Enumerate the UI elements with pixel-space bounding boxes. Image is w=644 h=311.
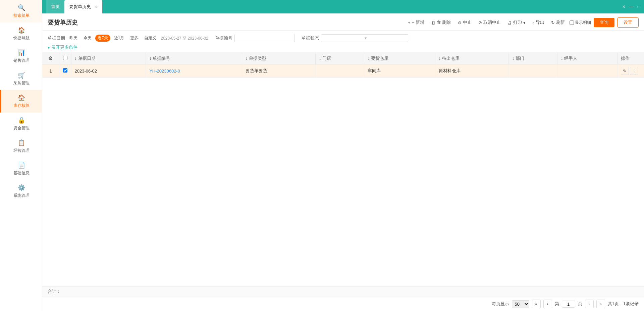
cell-doc-date: 2023-06-02 — [71, 64, 146, 78]
tab-requisition-history-label: 要货单历史 — [69, 4, 91, 10]
total-label: 合计： — [48, 289, 61, 294]
prev-page-button[interactable]: ‹ — [543, 300, 552, 308]
page-size-select[interactable]: 10 20 50 100 — [512, 300, 529, 308]
print-button[interactable]: 🖨 打印 ▾ — [505, 18, 528, 27]
stop-icon: ⊘ — [458, 20, 462, 25]
sidebar-item-label: 销售管理 — [13, 58, 30, 63]
chip-custom[interactable]: 自定义 — [142, 35, 159, 42]
doc-no-link[interactable]: YH-20230602-0 — [149, 69, 180, 74]
export-icon: ↑ — [532, 20, 535, 25]
filter-row: 单据日期 昨天 今天 近7天 近1月 更多 自定义 2023-05-27 至 2… — [48, 34, 639, 42]
cell-dept — [508, 64, 557, 78]
tab-home-label: 首页 — [51, 4, 60, 10]
th-doc-type[interactable]: ↕ 单据类型 — [242, 53, 316, 64]
finance-icon: 🔒 — [18, 117, 25, 124]
display-detail-checkbox[interactable] — [570, 20, 574, 25]
settings-button[interactable]: 设置 — [617, 17, 639, 28]
search-menu-icon: 🔍 — [18, 4, 25, 11]
doc-no-label: 单据编号 — [215, 35, 232, 41]
th-pending-warehouse[interactable]: ↕ 待出仓库 — [435, 53, 508, 64]
display-detail-label: 显示明细 — [575, 20, 591, 26]
cell-store — [315, 64, 364, 78]
tab-requisition-history[interactable]: 要货单历史 ✕ — [64, 0, 102, 13]
print-dropdown-icon: ▾ — [523, 20, 526, 25]
page-number-input[interactable] — [562, 301, 575, 308]
th-doc-no[interactable]: ↕ 单据编号 — [146, 53, 242, 64]
date-filter-label: 单据日期 — [48, 35, 65, 41]
sidebar-item-purchase-mgmt[interactable]: 🛒 采购管理 — [0, 68, 42, 90]
row-edit-icon[interactable]: ✎ — [621, 67, 629, 75]
print-icon: 🖨 — [507, 20, 512, 25]
sidebar-item-operations-mgmt[interactable]: 📋 经营管理 — [0, 135, 42, 158]
row-more-icon[interactable]: ⋮ — [630, 67, 638, 75]
chip-1month[interactable]: 近1月 — [112, 35, 127, 42]
content-area: 要货单历史 + + 新增 🗑 🗑 删除 ⊘ 中止 ⊘ 取消中止 — [42, 13, 644, 311]
row-index: 1 — [42, 64, 59, 78]
basic-info-icon: 📄 — [18, 162, 25, 169]
settings-gear-icon[interactable]: ⚙ — [48, 55, 53, 61]
page-label: 第 — [555, 301, 559, 307]
sidebar-item-basic-info[interactable]: 📄 基础信息 — [0, 158, 42, 180]
doc-no-input[interactable] — [234, 34, 295, 42]
cell-req-warehouse: 车间库 — [364, 64, 435, 78]
sidebar-item-inventory[interactable]: 🏠 库存核算 — [0, 90, 42, 113]
sidebar-item-quick-nav[interactable]: 🏠 快捷导航 — [0, 23, 42, 45]
doc-status-select[interactable]: ▾ — [321, 34, 408, 42]
th-dept[interactable]: ↕ 部门 — [508, 53, 557, 64]
expand-conditions-button[interactable]: ▾ 展开更多条件 — [48, 44, 639, 50]
sidebar-item-label: 快捷导航 — [13, 35, 30, 41]
refresh-icon: ↻ — [551, 20, 555, 25]
display-detail-toggle[interactable]: 显示明细 — [570, 20, 591, 26]
sidebar-item-label: 资金管理 — [13, 125, 30, 131]
home-icon: 🏠 — [18, 27, 25, 34]
inventory-icon: 🏠 — [18, 94, 25, 101]
sales-icon: 📊 — [18, 49, 25, 56]
th-handler[interactable]: ↕ 经手人 — [557, 53, 617, 64]
chip-today[interactable]: 今天 — [81, 35, 94, 42]
last-page-button[interactable]: » — [596, 300, 605, 308]
sidebar-item-finance-mgmt[interactable]: 🔒 资金管理 — [0, 113, 42, 135]
select-all-checkbox[interactable] — [63, 56, 67, 60]
tab-close-button[interactable]: ✕ — [94, 4, 98, 9]
sidebar-item-label: 基础信息 — [13, 170, 30, 176]
doc-no-filter-group: 单据编号 — [215, 34, 295, 42]
sidebar-item-system-mgmt[interactable]: ⚙️ 系统管理 — [0, 180, 42, 203]
query-button[interactable]: 查询 — [594, 18, 614, 27]
refresh-button[interactable]: ↻ 刷新 — [549, 18, 567, 27]
chip-7days[interactable]: 近7天 — [95, 35, 110, 42]
sidebar-item-sales-mgmt[interactable]: 📊 销售管理 — [0, 45, 42, 68]
chip-yesterday[interactable]: 昨天 — [67, 35, 80, 42]
tab-home[interactable]: 首页 — [46, 0, 64, 13]
window-close-button[interactable]: ✕ — [622, 4, 626, 9]
row-checkbox-cell — [59, 64, 71, 78]
pagination: 每页显示 10 20 50 100 « ‹ 第 页 › » 共1页，1条记录 — [42, 297, 644, 311]
export-button[interactable]: ↑ 导出 — [530, 18, 547, 27]
chip-more[interactable]: 更多 — [128, 35, 141, 42]
row-checkbox[interactable] — [63, 68, 67, 73]
first-page-button[interactable]: « — [532, 300, 541, 308]
sidebar-item-label: 搜索菜单 — [13, 13, 30, 18]
system-icon: ⚙️ — [18, 184, 25, 191]
sidebar-item-label: 库存核算 — [13, 103, 30, 108]
th-doc-date[interactable]: ↕ 单据日期 — [71, 53, 146, 64]
table-wrap: ⚙ ↕ 单据日期 ↕ 单据编号 ↕ 单据类型 — [42, 53, 644, 286]
date-chips: 昨天 今天 近7天 近1月 更多 自定义 — [67, 35, 159, 42]
window-minimize-button[interactable]: — — [630, 4, 634, 9]
new-button[interactable]: + + 新增 — [406, 18, 426, 27]
stop-button[interactable]: ⊘ 中止 — [456, 18, 474, 27]
page-header: 要货单历史 + + 新增 🗑 🗑 删除 ⊘ 中止 ⊘ 取消中止 — [42, 13, 644, 31]
sidebar-item-search-menu[interactable]: 🔍 搜索菜单 — [0, 0, 42, 23]
window-maximize-button[interactable]: □ — [638, 4, 640, 9]
page-size-label: 每页显示 — [492, 301, 509, 307]
delete-button[interactable]: 🗑 🗑 删除 — [429, 18, 453, 27]
total-info: 共1页，1条记录 — [608, 301, 639, 307]
topbar: 首页 要货单历史 ✕ ✕ — □ — [42, 0, 644, 13]
cancel-stop-button[interactable]: ⊘ 取消中止 — [476, 18, 503, 27]
next-page-button[interactable]: › — [585, 300, 594, 308]
expand-label: 展开更多条件 — [51, 44, 77, 50]
cell-pending-warehouse: 原材料仓库 — [435, 64, 508, 78]
th-store[interactable]: ↕ 门店 — [315, 53, 364, 64]
data-table: ⚙ ↕ 单据日期 ↕ 单据编号 ↕ 单据类型 — [42, 53, 644, 78]
delete-icon: 🗑 — [431, 20, 435, 25]
th-req-warehouse[interactable]: ↕ 要货仓库 — [364, 53, 435, 64]
